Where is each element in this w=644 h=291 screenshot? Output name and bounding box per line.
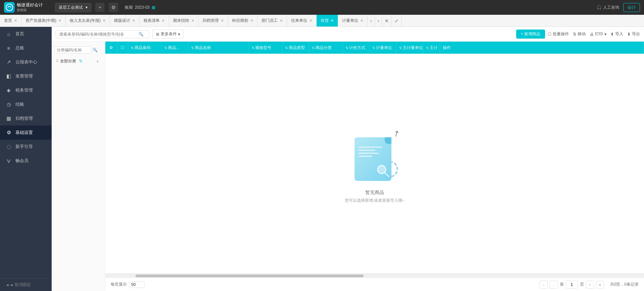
export-button[interactable]: ⬇ 导出 [627, 31, 640, 37]
tab-income[interactable]: 收入支出表(年报) ✕ [66, 15, 110, 27]
ledger-icon: ≡ [5, 45, 12, 51]
tab-home[interactable]: 首页 ✕ [0, 15, 21, 27]
th-unit[interactable]: ⇅ 计量单位 [370, 42, 396, 54]
sidebar-item-home[interactable]: ⌂ 首页 [0, 27, 52, 41]
sidebar-item-member[interactable]: V 畅会员 [0, 154, 52, 168]
tab-close-balance[interactable]: ✕ [58, 18, 61, 23]
tab-template[interactable]: 模版设计 ✕ [110, 15, 140, 27]
header-right: 🎧 人工咨询 会计 [597, 3, 640, 12]
category-search-input[interactable] [54, 46, 91, 54]
settings-icon-button[interactable]: ⚙ [109, 3, 118, 12]
sidebar-item-guide[interactable]: ◌ 新手引导 [0, 140, 52, 154]
batch-icon: ☐ [548, 32, 551, 37]
th-num[interactable]: ⇅ 主计 [423, 42, 440, 54]
tab-tax[interactable]: 税表清单 ✕ [140, 15, 169, 27]
dropdown-icon: ▾ [86, 5, 88, 10]
more-filter-button[interactable]: ⊞ 更多条件 ▾ [152, 30, 184, 39]
main-search-input[interactable] [59, 32, 137, 37]
tab-close-period-end[interactable]: ✕ [191, 18, 194, 23]
tab-close-home[interactable]: ✕ [14, 18, 17, 23]
page-number-input[interactable] [566, 281, 578, 289]
sidebar-item-settle[interactable]: ◷ 结账 [0, 97, 52, 111]
company-selector[interactable]: 基层工会测试 ▾ [55, 3, 91, 12]
tab-close-inventory[interactable]: ✕ [331, 18, 334, 23]
category-search-icon[interactable]: 🔍 [93, 48, 98, 52]
prev-page-button[interactable]: ‹ [550, 281, 558, 289]
sidebar-item-basic[interactable]: ⚙ 基础设置 [0, 126, 52, 140]
sidebar-item-report[interactable]: ↗ 云报表中心 [0, 55, 52, 69]
next-page-button[interactable]: › [586, 281, 594, 289]
tab-client[interactable]: 往来单位 ✕ [287, 15, 317, 27]
th-price[interactable]: ⇅ 计价方式 [343, 42, 370, 54]
import-button[interactable]: ⬆ 导入 [610, 31, 623, 37]
unpin-btn[interactable]: ◄◄ 取消固定 [0, 278, 52, 291]
settings-col-icon: ⚙ [109, 45, 113, 50]
sidebar-item-archive[interactable]: ▦ 归档管理 [0, 111, 52, 126]
content-toolbar: 🔍 ⊞ 更多条件 ▾ + 新增商品 ☐ 批量操作 ⇅ [52, 27, 644, 42]
empty-title: 暂无商品 [365, 190, 384, 196]
sort-type-icon: ⇅ [285, 46, 288, 50]
tab-subject[interactable]: 科目期初 ✕ [228, 15, 258, 27]
tab-expand-btn[interactable]: ⤢ [392, 15, 401, 27]
tab-close-archive[interactable]: ✕ [221, 18, 224, 23]
tab-close-income[interactable]: ✕ [103, 18, 106, 23]
tab-close-template[interactable]: ✕ [132, 18, 135, 23]
th-settings[interactable]: ⚙ [105, 42, 117, 54]
member-icon: V [5, 158, 12, 164]
tab-unit[interactable]: 计量单位 ✕ [338, 15, 368, 27]
period-value: 2023-03 [135, 5, 150, 10]
th-spec[interactable]: ⇅ 规格型号 [249, 42, 282, 54]
horizontal-scrollbar[interactable] [105, 274, 644, 278]
search-icon[interactable]: 🔍 [139, 32, 144, 37]
th-check[interactable]: ☐ [117, 42, 128, 54]
tab-department[interactable]: 部门员工 ✕ [258, 15, 287, 27]
add-tab-button[interactable]: ＋ [95, 3, 105, 12]
category-edit-icon[interactable]: ✎ [79, 58, 83, 64]
main-content: ⚙ ☐ ⇅ 商品条码 ⇅ 商品... ⇅ 商品名称 [105, 42, 644, 291]
tab-prev-btn[interactable]: ‹ [368, 15, 375, 27]
add-product-button[interactable]: + 新增商品 [516, 30, 545, 39]
sidebar-item-ledger[interactable]: ≡ 总账 [0, 41, 52, 55]
move-button[interactable]: ⇅ 移动 [573, 31, 586, 37]
first-page-button[interactable]: « [540, 281, 548, 289]
tab-close-client[interactable]: ✕ [309, 18, 312, 23]
th-main-unit[interactable]: ⇅ 主计量单位 [396, 42, 423, 54]
tab-close-all-btn[interactable]: ✕ [382, 15, 392, 27]
category-all-item[interactable]: ⠿ 全部分类 ✎ ‹ [52, 56, 105, 66]
calendar-icon[interactable]: ▦ [152, 5, 155, 10]
tab-period-end[interactable]: 期末结转 ✕ [169, 15, 199, 27]
tab-archive[interactable]: 归档管理 ✕ [199, 15, 228, 27]
last-page-button[interactable]: » [596, 281, 604, 289]
export-icon: ⬇ [627, 32, 631, 37]
th-type[interactable]: ⇅ 商品类型 [282, 42, 309, 54]
category-grid-icon: ⠿ [56, 59, 59, 63]
scrollbar-thumb[interactable] [136, 275, 364, 277]
category-collapse-btn[interactable]: ‹ [94, 58, 101, 64]
tab-close-subject[interactable]: ✕ [250, 18, 253, 23]
sidebar-item-invoice[interactable]: ◧ 发票管理 [0, 69, 52, 83]
tab-inventory[interactable]: 存货 ✕ [317, 15, 338, 27]
tab-close-department[interactable]: ✕ [280, 18, 283, 23]
account-button[interactable]: 会计 [623, 3, 640, 12]
th-barcode[interactable]: ⇅ 商品条码 [128, 42, 162, 54]
sort-name-icon: ⇅ [191, 46, 194, 50]
headset-icon: 🎧 [597, 5, 602, 10]
tab-close-unit[interactable]: ✕ [360, 18, 363, 23]
th-code[interactable]: ⇅ 商品... [162, 42, 189, 54]
batch-op-button[interactable]: ☐ 批量操作 [548, 31, 569, 37]
tab-balance[interactable]: 资产负债表(中期) ✕ [21, 15, 66, 27]
th-category[interactable]: ⇅ 商品分类 [309, 42, 343, 54]
toolbar-actions: ☐ 批量操作 ⇅ 移动 🖨 打印 ▾ ⬆ 导入 [548, 31, 640, 37]
per-page-select[interactable]: 20 50 100 [129, 281, 145, 288]
period-label: 账期 [125, 5, 133, 10]
sidebar-item-tax[interactable]: ◈ 税务管理 [0, 83, 52, 97]
tab-close-tax[interactable]: ✕ [162, 18, 165, 23]
print-icon: 🖨 [590, 32, 594, 37]
print-button[interactable]: 🖨 打印 ▾ [590, 31, 606, 37]
tab-next-btn[interactable]: › [375, 15, 382, 27]
empty-document-icon [355, 137, 391, 181]
th-name[interactable]: ⇅ 商品名称 [189, 42, 249, 54]
customer-service-btn[interactable]: 🎧 人工咨询 [597, 5, 619, 10]
sort-price-icon: ⇅ [345, 46, 348, 50]
invoice-icon: ◧ [5, 73, 12, 79]
